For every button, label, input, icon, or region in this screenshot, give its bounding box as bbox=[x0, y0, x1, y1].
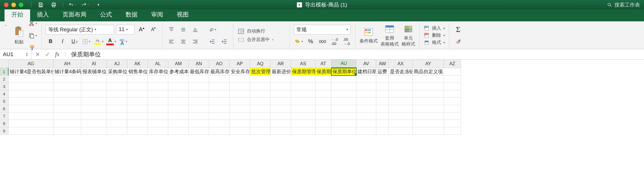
cell-AJ9[interactable] bbox=[107, 127, 127, 135]
cell-AM7[interactable] bbox=[168, 112, 189, 120]
cell-AI5[interactable] bbox=[81, 98, 107, 105]
borders-button[interactable] bbox=[82, 37, 91, 46]
column-header-AU[interactable]: AU bbox=[331, 60, 356, 68]
cell-AX7[interactable] bbox=[389, 112, 413, 120]
cell-AX1[interactable]: 是否走冻链 bbox=[389, 68, 413, 75]
cell-AG1[interactable]: 辅计量4是否包装单位 bbox=[9, 68, 53, 75]
cells-area[interactable]: 辅计量4是否包装单位辅计量4条码报表辅单位采购单位销售单位库存单位参考成本最低库… bbox=[9, 68, 461, 135]
column-header-AM[interactable]: AM bbox=[168, 60, 189, 68]
cell-AK9[interactable] bbox=[127, 127, 148, 135]
cell-AQ9[interactable] bbox=[250, 127, 271, 135]
ribbon-collapse-icon[interactable]: ⌃ bbox=[4, 24, 9, 29]
cell-AK5[interactable] bbox=[127, 98, 148, 105]
cell-AJ3[interactable] bbox=[107, 83, 127, 90]
copy-button[interactable] bbox=[28, 31, 38, 40]
align-center-button[interactable] bbox=[178, 37, 188, 46]
tab-page-layout[interactable]: 页面布局 bbox=[56, 8, 93, 21]
cell-AG7[interactable] bbox=[9, 112, 53, 120]
cell-AT2[interactable] bbox=[315, 75, 331, 83]
row-header-3[interactable]: 3 bbox=[0, 83, 9, 90]
cell-AR6[interactable] bbox=[271, 105, 291, 112]
cell-AS1[interactable]: 保质期管理 bbox=[291, 68, 315, 75]
cell-AZ4[interactable] bbox=[444, 90, 461, 98]
bold-button[interactable]: B bbox=[46, 37, 55, 46]
tab-formulas[interactable]: 公式 bbox=[93, 8, 119, 21]
print-icon[interactable] bbox=[50, 1, 58, 9]
align-top-button[interactable] bbox=[167, 25, 176, 34]
cell-AG4[interactable] bbox=[9, 90, 53, 98]
row-header-4[interactable]: 4 bbox=[0, 90, 9, 98]
zoom-window-icon[interactable] bbox=[19, 3, 23, 7]
cell-AK3[interactable] bbox=[127, 83, 148, 90]
currency-button[interactable] bbox=[294, 37, 304, 46]
column-header-AX[interactable]: AX bbox=[389, 60, 413, 68]
column-header-AL[interactable]: AL bbox=[148, 60, 168, 68]
cell-AQ6[interactable] bbox=[250, 105, 271, 112]
cell-AZ5[interactable] bbox=[444, 98, 461, 105]
cell-AP9[interactable] bbox=[230, 127, 250, 135]
cell-AJ6[interactable] bbox=[107, 105, 127, 112]
column-header-AV[interactable]: AV bbox=[356, 60, 376, 68]
cell-AO2[interactable] bbox=[209, 75, 230, 83]
cell-AM5[interactable] bbox=[168, 98, 189, 105]
cell-AU6[interactable] bbox=[331, 105, 356, 112]
column-header-AO[interactable]: AO bbox=[209, 60, 230, 68]
cell-AU7[interactable] bbox=[331, 112, 356, 120]
cell-AN8[interactable] bbox=[189, 120, 209, 127]
save-icon[interactable] bbox=[37, 1, 45, 9]
cell-AQ1[interactable]: 批次管理 bbox=[250, 68, 271, 75]
format-as-table-button[interactable]: 套用 表格格式 bbox=[381, 24, 399, 47]
cell-AN7[interactable] bbox=[189, 112, 209, 120]
cell-AP7[interactable] bbox=[230, 112, 250, 120]
column-header-AZ[interactable]: AZ bbox=[444, 60, 461, 68]
decrease-indent-button[interactable] bbox=[207, 37, 217, 46]
cell-AV9[interactable] bbox=[356, 127, 376, 135]
cell-AM6[interactable] bbox=[168, 105, 189, 112]
align-right-button[interactable] bbox=[190, 37, 200, 46]
tab-view[interactable]: 视图 bbox=[170, 8, 196, 21]
cell-AI7[interactable] bbox=[81, 112, 107, 120]
cell-AM8[interactable] bbox=[168, 120, 189, 127]
cell-AK4[interactable] bbox=[127, 90, 148, 98]
cell-AI2[interactable] bbox=[81, 75, 107, 83]
cell-AZ1[interactable] bbox=[444, 68, 461, 75]
cell-AU2[interactable] bbox=[331, 75, 356, 83]
cell-AS4[interactable] bbox=[291, 90, 315, 98]
confirm-formula-icon[interactable]: ✓ bbox=[45, 51, 50, 58]
cell-AQ5[interactable] bbox=[250, 98, 271, 105]
cell-AV4[interactable] bbox=[356, 90, 376, 98]
percent-button[interactable]: % bbox=[306, 37, 315, 46]
cell-AM9[interactable] bbox=[168, 127, 189, 135]
cell-AL5[interactable] bbox=[148, 98, 168, 105]
number-format-combo[interactable]: 常规▾ bbox=[294, 25, 351, 34]
cell-AU8[interactable] bbox=[331, 120, 356, 127]
cell-AY7[interactable] bbox=[413, 112, 444, 120]
delete-cells-button[interactable]: 删除▾ bbox=[423, 32, 445, 38]
cell-AI9[interactable] bbox=[81, 127, 107, 135]
cell-AI6[interactable] bbox=[81, 105, 107, 112]
fx-label[interactable]: fx bbox=[55, 51, 59, 58]
cell-AV2[interactable] bbox=[356, 75, 376, 83]
cell-AZ2[interactable] bbox=[444, 75, 461, 83]
cell-AO8[interactable] bbox=[209, 120, 230, 127]
format-cells-button[interactable]: 格式▾ bbox=[423, 40, 445, 46]
cell-AZ6[interactable] bbox=[444, 105, 461, 112]
cell-AM1[interactable]: 参考成本 bbox=[168, 68, 189, 75]
cell-AY5[interactable] bbox=[413, 98, 444, 105]
cell-AR4[interactable] bbox=[271, 90, 291, 98]
cell-AY9[interactable] bbox=[413, 127, 444, 135]
cell-AG5[interactable] bbox=[9, 98, 53, 105]
namebox-stepper-icon[interactable]: ▲▼ bbox=[26, 52, 28, 57]
cell-AS2[interactable] bbox=[291, 75, 315, 83]
cell-AQ3[interactable] bbox=[250, 83, 271, 90]
cell-AH8[interactable] bbox=[53, 120, 81, 127]
column-header-AW[interactable]: AW bbox=[376, 60, 389, 68]
column-header-AN[interactable]: AN bbox=[189, 60, 209, 68]
cell-AU5[interactable] bbox=[331, 98, 356, 105]
cell-AL6[interactable] bbox=[148, 105, 168, 112]
cell-AP3[interactable] bbox=[230, 83, 250, 90]
cell-AN3[interactable] bbox=[189, 83, 209, 90]
cell-AV8[interactable] bbox=[356, 120, 376, 127]
comma-button[interactable]: 000 bbox=[318, 37, 327, 46]
cut-button[interactable] bbox=[28, 19, 38, 28]
